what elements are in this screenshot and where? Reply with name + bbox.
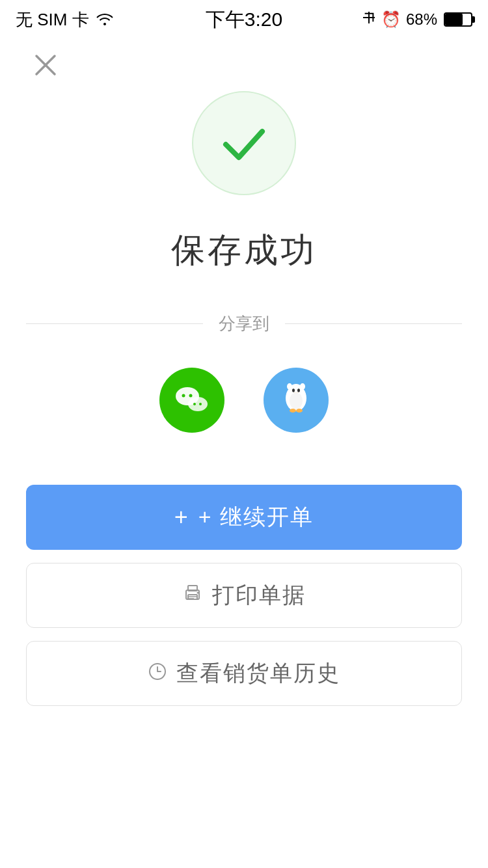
main-content: 保存成功 分享到 <box>0 39 488 706</box>
status-time: 下午3:20 <box>206 7 282 33</box>
continue-label: + 继续开单 <box>198 502 314 532</box>
print-button[interactable]: 打印单据 <box>26 563 462 628</box>
svg-point-5 <box>189 394 193 398</box>
svg-point-6 <box>193 403 196 405</box>
battery-icon <box>444 12 472 27</box>
svg-point-15 <box>296 409 303 413</box>
no-sim-text: 无 SIM 卡 <box>16 8 89 31</box>
qq-icon-svg <box>277 381 315 419</box>
buttons-section: + + 继续开单 打印单据 <box>0 485 488 706</box>
print-label: 打印单据 <box>212 580 306 610</box>
svg-point-7 <box>199 403 202 405</box>
divider-right <box>285 323 462 324</box>
svg-point-4 <box>182 394 185 398</box>
share-divider: 分享到 <box>26 312 462 335</box>
alarm-icon: ⏰ <box>381 10 401 29</box>
svg-point-3 <box>188 397 208 411</box>
history-button[interactable]: 查看销货单历史 <box>26 641 462 706</box>
wechat-share-button[interactable] <box>159 368 224 433</box>
location-icon <box>362 10 376 29</box>
svg-point-17 <box>300 383 305 390</box>
status-right: ⏰ 68% <box>362 10 472 29</box>
close-icon <box>34 53 57 77</box>
svg-point-10 <box>292 388 295 392</box>
svg-point-16 <box>287 383 292 390</box>
plus-icon: + <box>174 504 189 531</box>
svg-point-14 <box>290 409 296 413</box>
wechat-icon-svg <box>173 383 211 417</box>
svg-point-23 <box>197 591 199 593</box>
history-label: 查看销货单历史 <box>176 658 340 688</box>
print-icon <box>182 584 203 608</box>
share-label: 分享到 <box>203 312 285 335</box>
close-button[interactable] <box>26 46 65 85</box>
svg-point-11 <box>297 388 300 392</box>
divider-left <box>26 323 203 324</box>
wifi-icon <box>96 10 114 30</box>
share-section: 分享到 <box>0 312 488 433</box>
svg-point-13 <box>290 392 303 409</box>
success-icon-circle <box>192 91 296 195</box>
checkmark-icon <box>218 117 270 169</box>
history-icon <box>148 662 167 686</box>
share-icons-container <box>26 368 462 433</box>
qq-share-button[interactable] <box>264 368 329 433</box>
battery-percent: 68% <box>406 10 437 29</box>
continue-button[interactable]: + + 继续开单 <box>26 485 462 550</box>
success-title: 保存成功 <box>171 228 317 273</box>
status-bar: 无 SIM 卡 下午3:20 ⏰ 68% <box>0 0 488 39</box>
status-left: 无 SIM 卡 <box>16 8 114 31</box>
